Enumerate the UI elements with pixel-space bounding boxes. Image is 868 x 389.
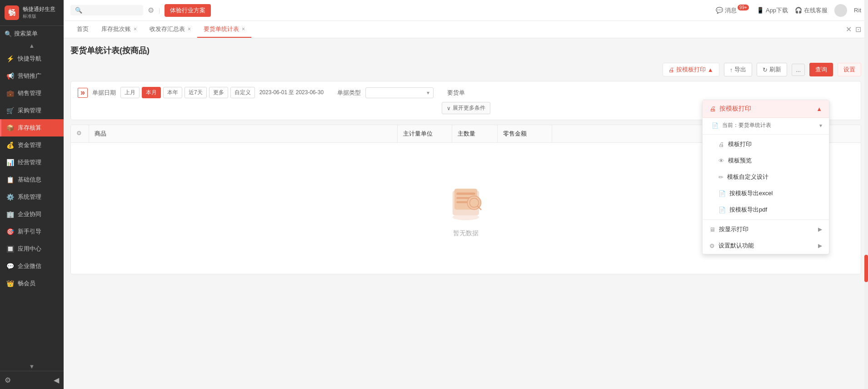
- guide-icon: 🎯: [6, 228, 14, 235]
- messages-label: 消息: [725, 6, 737, 15]
- user-avatar[interactable]: [834, 4, 847, 17]
- refresh-icon: ↻: [763, 66, 768, 73]
- more-button[interactable]: ...: [792, 64, 805, 76]
- sidebar-item-operation[interactable]: 📊 经营管理: [0, 154, 64, 171]
- topbar-search-input[interactable]: [85, 7, 139, 14]
- topbar-settings-icon[interactable]: ⚙: [148, 6, 154, 15]
- dropdown-item-export-pdf[interactable]: 📄 按模板导出pdf: [703, 202, 829, 218]
- dropdown-item-template-design[interactable]: ✏ 模板自定义设计: [703, 169, 829, 185]
- search-menu-button[interactable]: 🔍 搜索菜单: [0, 26, 64, 41]
- sidebar-nav: ⚡ 快捷导航 📢 营销推广 💼 销售管理 🛒 采购管理 📦 库存核算 💰 资金管…: [0, 50, 64, 362]
- table-settings-column[interactable]: ⚙: [71, 125, 89, 142]
- wechat-icon: 💬: [6, 263, 14, 270]
- dropdown-section-display-print[interactable]: 🖥 按显示打印 ▶: [703, 221, 829, 237]
- expand-more-icon: ∨: [447, 105, 451, 111]
- tab-collect-close[interactable]: ×: [188, 26, 191, 32]
- print-button[interactable]: 🖨 按模板打印 ▲: [663, 63, 719, 76]
- app-badge: 标准版: [23, 13, 55, 20]
- dropdown-item-template-preview[interactable]: 👁 模板预览: [703, 152, 829, 169]
- default-func-label: 设置默认功能: [718, 242, 754, 250]
- date-btn-last-month[interactable]: 上月: [120, 87, 140, 98]
- tab-batch[interactable]: 库存批次账 ×: [95, 21, 143, 38]
- sidebar-collapse-icon[interactable]: ◀: [54, 376, 59, 384]
- sidebar-settings-icon[interactable]: ⚙: [5, 376, 11, 384]
- messages-button[interactable]: 💬 消息 99+: [716, 6, 750, 15]
- sidebar-item-wechat[interactable]: 💬 企业微信: [0, 258, 64, 275]
- date-btn-this-year[interactable]: 本年: [163, 87, 182, 98]
- current-template-row[interactable]: 📄 当前：要货单统计表 ▾: [703, 118, 829, 133]
- print-dropdown-header[interactable]: 🖨 按模板打印 ▲: [703, 100, 829, 118]
- online-service-label: 在线客服: [804, 6, 828, 15]
- template-preview-icon: 👁: [718, 157, 724, 164]
- sidebar-item-purchase[interactable]: 🛒 采购管理: [0, 102, 64, 119]
- sidebar-item-system[interactable]: ⚙️ 系统管理: [0, 188, 64, 206]
- sidebar-scroll-down[interactable]: ▼: [0, 362, 64, 371]
- topbar-search-box[interactable]: 🔍: [70, 5, 143, 15]
- sidebar-item-finance[interactable]: 💰 资金管理: [0, 136, 64, 154]
- date-btn-custom[interactable]: 自定义: [230, 87, 255, 98]
- tab-home-label: 首页: [77, 25, 89, 33]
- tab-order-stats[interactable]: 要货单统计表 ×: [197, 21, 251, 38]
- window-maximize-icon[interactable]: ⊡: [855, 25, 861, 34]
- export-button[interactable]: ↑ 导出: [724, 63, 753, 76]
- print-button-label: 按模板打印: [676, 66, 706, 74]
- date-btn-this-month[interactable]: 本月: [142, 87, 161, 98]
- type-filter-select[interactable]: ▾: [365, 87, 434, 98]
- app-name: 畅捷通好生意: [23, 6, 55, 13]
- tab-collect-label: 收发存汇总表: [150, 25, 185, 33]
- filter-expand-button[interactable]: »: [78, 88, 88, 98]
- sales-icon: 💼: [6, 90, 14, 97]
- tab-batch-close[interactable]: ×: [134, 26, 137, 32]
- window-close-icon[interactable]: ✕: [846, 25, 852, 34]
- app-download-button[interactable]: 📱 App下载: [757, 6, 788, 15]
- dropdown-item-export-excel[interactable]: 📄 按模板导出excel: [703, 185, 829, 202]
- tab-order-stats-label: 要货单统计表: [204, 25, 239, 33]
- date-filter-label: 单据日期: [92, 89, 116, 97]
- sidebar-item-guide[interactable]: 🎯 新手引导: [0, 223, 64, 240]
- dropdown-item-template-print[interactable]: 🖨 模板打印: [703, 136, 829, 152]
- inventory-icon: 📦: [6, 124, 14, 131]
- sidebar-footer: ⚙ ◀: [0, 371, 64, 389]
- dropdown-item-left: ✏ 模板自定义设计: [718, 173, 768, 181]
- settings-button[interactable]: 设置: [838, 63, 861, 76]
- expand-more-label: 展开更多条件: [453, 104, 485, 112]
- dropdown-section-default-func[interactable]: ⚙ 设置默认功能 ▶: [703, 237, 829, 254]
- sidebar-item-marketing[interactable]: 📢 营销推广: [0, 67, 64, 85]
- sidebar-item-label: 营销推广: [18, 72, 41, 80]
- tab-order-stats-close[interactable]: ×: [242, 26, 245, 32]
- sidebar-scroll-up[interactable]: ▲: [0, 41, 64, 50]
- purchase-icon: 🛒: [6, 107, 14, 114]
- topbar-industry-button[interactable]: 体验行业方案: [165, 4, 211, 17]
- app-logo-icon: 畅: [5, 5, 19, 20]
- marketing-icon: 📢: [6, 72, 14, 80]
- date-range-display: 2023-06-01 至 2023-06-30: [259, 89, 324, 96]
- sidebar-item-inventory[interactable]: 📦 库存核算: [0, 119, 64, 136]
- sidebar-item-corp[interactable]: 🏢 企业协同: [0, 206, 64, 223]
- sidebar-item-basic[interactable]: 📋 基础信息: [0, 171, 64, 188]
- filter-row: » 单据日期 上月 本月 本年 近7天 更多 自定义 2023-06-01 至 …: [78, 87, 854, 98]
- sidebar-item-label: 销售管理: [18, 89, 41, 97]
- table-product-column: 商品: [89, 125, 398, 142]
- tab-home[interactable]: 首页: [70, 21, 95, 38]
- sidebar-item-member[interactable]: 👑 畅会员: [0, 275, 64, 292]
- main-area: 🔍 ⚙ | 体验行业方案 💬 消息 99+ 📱 App下载 🎧 在线客服 Rit: [64, 0, 868, 389]
- online-service-button[interactable]: 🎧 在线客服: [795, 6, 828, 15]
- date-btn-7days[interactable]: 近7天: [185, 87, 207, 98]
- print-chevron-icon: ▲: [708, 66, 713, 73]
- sidebar-item-apps[interactable]: 🔲 应用中心: [0, 240, 64, 258]
- query-button[interactable]: 查询: [809, 63, 833, 76]
- right-scrollbar: [864, 0, 868, 389]
- default-func-icon: ⚙: [709, 242, 715, 249]
- sidebar-item-sales[interactable]: 💼 销售管理: [0, 85, 64, 102]
- current-template-chevron: ▾: [819, 122, 822, 129]
- app-name-block: 畅捷通好生意 标准版: [23, 6, 55, 20]
- expand-more-button[interactable]: ∨ 展开更多条件: [442, 102, 490, 114]
- type-select-chevron: ▾: [427, 90, 429, 96]
- tab-collect[interactable]: 收发存汇总表 ×: [143, 21, 197, 38]
- sidebar-item-label: 新手引导: [18, 227, 41, 236]
- sidebar-item-quick-nav[interactable]: ⚡ 快捷导航: [0, 50, 64, 67]
- refresh-button[interactable]: ↻ 刷新: [757, 63, 787, 76]
- current-template-icon: 📄: [712, 122, 718, 129]
- date-btn-more[interactable]: 更多: [209, 87, 228, 98]
- scrollbar-thumb[interactable]: [864, 255, 868, 282]
